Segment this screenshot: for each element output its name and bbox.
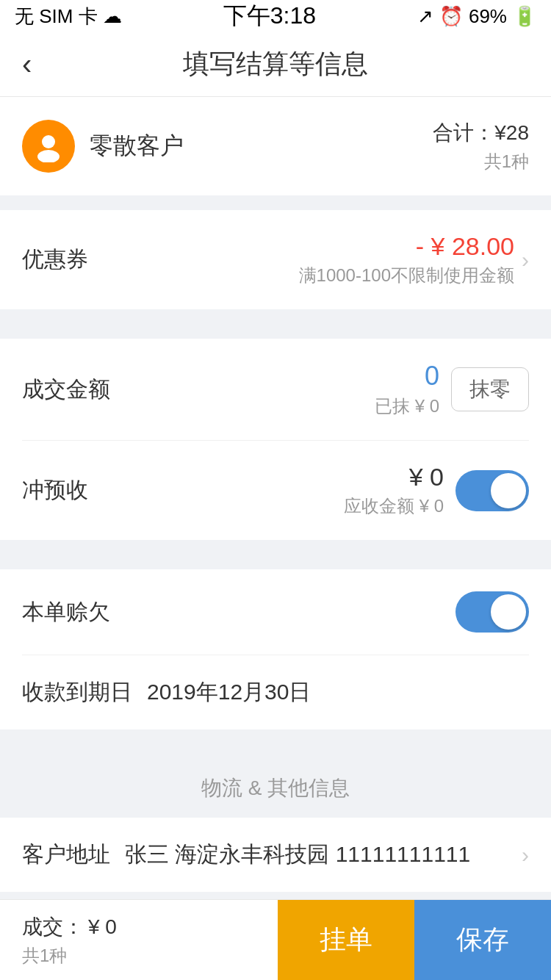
due-date-label: 收款到期日: [22, 677, 132, 707]
deal-amount-label: 成交金额: [22, 375, 110, 405]
status-time: 下午3:18: [223, 0, 316, 32]
address-row[interactable]: 客户地址 张三 海淀永丰科技园 11111111111 ›: [0, 818, 551, 892]
section-separator-1: [0, 324, 551, 339]
debt-label: 本单赊欠: [22, 597, 110, 627]
address-chevron-icon: ›: [522, 843, 529, 868]
bottom-summary: 成交： ¥ 0 共1种: [0, 913, 278, 968]
customer-count: 共1种: [433, 150, 529, 173]
address-value: 张三 海淀永丰科技园 11111111111: [125, 840, 522, 870]
bottom-deal-label: 成交：: [22, 913, 84, 941]
avatar: [22, 120, 75, 173]
bottom-bar: 成交： ¥ 0 共1种 挂单 保存: [0, 899, 551, 980]
section-separator-3: [0, 744, 551, 759]
debt-toggle[interactable]: [455, 591, 529, 633]
chevron-right-icon: ›: [522, 248, 529, 273]
svg-point-0: [42, 135, 55, 148]
prepayment-toggle[interactable]: [455, 470, 529, 511]
customer-left: 零散客户: [22, 120, 184, 173]
prepayment-row: 冲预收 ¥ 0 应收金额 ¥ 0: [0, 441, 551, 540]
debt-toggle-wrap: [455, 591, 529, 633]
address-section: 客户地址 张三 海淀永丰科技园 11111111111 ›: [0, 818, 551, 892]
prepayment-amount: ¥ 0: [344, 463, 444, 491]
toggle-knob: [491, 473, 526, 508]
status-right: ↗ ⏰ 69% 🔋: [417, 5, 536, 28]
debt-section: 本单赊欠 收款到期日 2019年12月30日: [0, 569, 551, 729]
customer-section: 零散客户 合计：¥28 共1种: [0, 97, 551, 195]
address-right: ›: [522, 843, 529, 868]
coupon-label: 优惠券: [22, 245, 88, 275]
status-bar: 无 SIM 卡 ☁ 下午3:18 ↗ ⏰ 69% 🔋: [0, 0, 551, 32]
coupon-row[interactable]: 优惠券 - ¥ 28.00 满1000-100不限制使用金额 ›: [0, 210, 551, 309]
amount-right-wrap: 0 已抹 ¥ 0: [375, 361, 439, 418]
round-zero-button[interactable]: 抹零: [451, 367, 529, 411]
customer-name: 零散客户: [90, 130, 184, 162]
deal-amount-sub: 已抹 ¥ 0: [375, 394, 439, 418]
section-separator-2: [0, 555, 551, 569]
logistics-header: 物流 & 其他信息: [0, 759, 551, 818]
customer-row: 零散客户 合计：¥28 共1种: [0, 97, 551, 195]
debt-toggle-knob: [491, 594, 526, 630]
due-date-value: 2019年12月30日: [147, 677, 311, 707]
deal-amount-value: 0: [375, 361, 439, 392]
svg-point-1: [37, 150, 60, 162]
prepayment-amount-wrap: ¥ 0 应收金额 ¥ 0: [344, 463, 444, 518]
status-left: 无 SIM 卡 ☁: [15, 4, 122, 29]
page-title: 填写结算等信息: [183, 46, 368, 82]
prepayment-right: ¥ 0 应收金额 ¥ 0: [344, 463, 529, 518]
bottom-deal-amount: ¥ 0: [88, 915, 117, 939]
coupon-right: - ¥ 28.00 满1000-100不限制使用金额: [299, 232, 514, 287]
deal-amount-right: 0 已抹 ¥ 0 抹零: [375, 361, 529, 418]
coupon-desc: 满1000-100不限制使用金额: [299, 264, 514, 287]
deal-amount-section: 成交金额 0 已抹 ¥ 0 抹零 冲预收 ¥ 0 应收金额 ¥ 0: [0, 339, 551, 540]
debt-row: 本单赊欠: [0, 569, 551, 655]
customer-right: 合计：¥28 共1种: [433, 119, 529, 173]
bottom-deal-row: 成交： ¥ 0: [22, 913, 256, 941]
prepayment-toggle-wrap: [455, 470, 529, 511]
no-sim-text: 无 SIM 卡 ☁: [15, 4, 122, 29]
coupon-amount: - ¥ 28.00: [299, 232, 514, 261]
nav-bar: ‹ 填写结算等信息: [0, 32, 551, 97]
save-button[interactable]: 保存: [414, 900, 551, 981]
coupon-section: 优惠券 - ¥ 28.00 满1000-100不限制使用金额 ›: [0, 210, 551, 309]
back-button[interactable]: ‹: [22, 48, 32, 81]
bottom-count: 共1种: [22, 944, 256, 968]
customer-total: 合计：¥28: [433, 119, 529, 147]
location-icon: ↗: [417, 5, 433, 28]
logistics-title: 物流 & 其他信息: [201, 774, 350, 802]
hang-button[interactable]: 挂单: [278, 900, 414, 981]
battery-text: 69%: [469, 5, 507, 28]
prepayment-sub: 应收金额 ¥ 0: [344, 494, 444, 518]
address-label: 客户地址: [22, 840, 110, 870]
battery-icon: 🔋: [513, 5, 536, 28]
prepayment-label: 冲预收: [22, 475, 88, 505]
due-date-row: 收款到期日 2019年12月30日: [0, 655, 551, 729]
alarm-icon: ⏰: [439, 5, 463, 28]
deal-amount-row: 成交金额 0 已抹 ¥ 0 抹零: [0, 339, 551, 440]
